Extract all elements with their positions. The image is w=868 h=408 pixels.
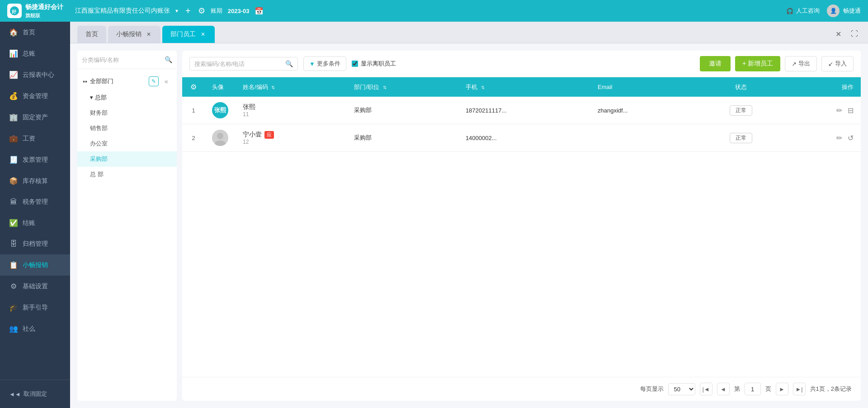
company-name[interactable]: 江西服宝精品有限责任公司内账张 [75, 7, 170, 15]
tab-expense[interactable]: 小畅报销 ✕ [108, 26, 160, 43]
sidebar-item-tax[interactable]: 🏛 税务管理 [0, 192, 70, 212]
close-tab-button[interactable]: ✕ [832, 28, 844, 40]
guide-icon: 🎓 [9, 303, 18, 312]
tab-dept-close[interactable]: ✕ [199, 31, 207, 38]
status-cell-1: 正常 [697, 97, 785, 124]
settings-nav-icon: ⚙ [9, 282, 18, 291]
filter-label: 更多条件 [317, 60, 340, 68]
import-button[interactable]: ↙ 导入 [821, 56, 854, 71]
dept-item-general[interactable]: 总 部 [77, 167, 177, 182]
sidebar-item-assets[interactable]: 🏢 固定资产 [0, 107, 70, 128]
sidebar-item-label: 归档管理 [23, 240, 48, 248]
user-info[interactable]: 👤 畅捷通 [827, 5, 861, 17]
dept-search-input[interactable] [82, 56, 162, 63]
sidebar-item-capital[interactable]: 💰 资金管理 [0, 85, 70, 107]
search-icon[interactable]: 🔍 [285, 60, 293, 67]
invite-button[interactable]: 邀请 [700, 56, 731, 71]
dept-sort-icon[interactable]: ⇅ [383, 85, 387, 90]
per-page-select[interactable]: 50 20 100 [668, 383, 695, 395]
sidebar-item-social[interactable]: 👥 社么 [0, 318, 70, 339]
tab-dept[interactable]: 部门员工 ✕ [162, 26, 215, 43]
sidebar-item-guide[interactable]: 🎓 新手引导 [0, 297, 70, 318]
sidebar-item-ledger[interactable]: 📊 总账 [0, 43, 70, 64]
col-phone[interactable]: 手机 ⇅ [458, 77, 590, 97]
show-resigned-checkbox[interactable] [352, 61, 358, 67]
cancel-fixed-button[interactable]: ◄◄ 取消固定 [0, 385, 70, 403]
prev-page-button[interactable]: ◄ [717, 383, 730, 395]
sidebar-item-label: 总账 [23, 50, 35, 58]
pin-icon: ◄◄ [9, 391, 21, 398]
sidebar-item-salary[interactable]: 💼 工资 [0, 128, 70, 149]
dept-item-finance[interactable]: 财务部 [77, 105, 177, 121]
avatar-2 [212, 130, 228, 146]
settings-icon[interactable]: ⚙ [198, 6, 205, 16]
tab-home[interactable]: 首页 [77, 26, 106, 43]
last-page-button[interactable]: ►| [793, 383, 806, 395]
export-icon: ↗ [792, 61, 797, 67]
sidebar-item-reports[interactable]: 📈 云报表中心 [0, 64, 70, 85]
sidebar-item-close[interactable]: ✅ 结账 [0, 212, 70, 234]
col-name[interactable]: 姓名/编码 ⇅ [236, 77, 347, 97]
sidebar-item-label: 社么 [23, 325, 35, 333]
sidebar-item-label: 资金管理 [23, 92, 48, 100]
email-cell-2 [590, 124, 697, 152]
add-employee-button[interactable]: + 新增员工 [735, 56, 780, 71]
col-settings[interactable]: ⚙ [182, 77, 205, 97]
logo-icon: 好 [7, 4, 22, 18]
invoice-icon: 🧾 [9, 155, 18, 164]
col-dept[interactable]: 部门/职位 ⇅ [347, 77, 458, 97]
employee-search-input[interactable] [194, 61, 282, 67]
calendar-icon[interactable]: 📅 [255, 7, 264, 15]
sidebar-item-expense[interactable]: 📋 小畅报销 [0, 254, 70, 276]
left-panel: 🔍 ▪▪ 全部部门 ✎ « ▾ 总部 财务部 销售部 办公室 采购部 总 部 [77, 51, 177, 401]
phone-sort-icon[interactable]: ⇅ [481, 85, 485, 90]
employee-table: ⚙ 头像 姓名/编码 ⇅ 部门/职位 ⇅ 手机 ⇅ Email 状态 操作 [182, 77, 861, 152]
grid-icon: ▪▪ [83, 78, 87, 85]
refresh-button-2[interactable]: ↺ [848, 134, 854, 142]
table-cog-icon[interactable]: ⚙ [190, 83, 197, 91]
emp-code-2: 12 [243, 139, 340, 145]
logout-button-1[interactable]: ⊟ [848, 106, 854, 115]
page-label-prefix: 第 [734, 385, 740, 393]
status-badge-1: 正常 [730, 105, 752, 116]
sidebar-item-home[interactable]: 🏠 首页 [0, 22, 70, 43]
dept-collapse-button[interactable]: « [161, 76, 171, 86]
dept-item-office[interactable]: 办公室 [77, 136, 177, 151]
toolbar-right: 邀请 + 新增员工 ↗ 导出 ↙ 导入 [700, 56, 854, 71]
ledger-icon: 📊 [9, 49, 18, 58]
import-label: 导入 [835, 60, 847, 68]
page-input[interactable] [745, 383, 761, 395]
edit-button-2[interactable]: ✏ [836, 134, 842, 142]
sidebar-item-settings[interactable]: ⚙ 基础设置 [0, 276, 70, 297]
sidebar-item-inventory[interactable]: 📦 库存核算 [0, 170, 70, 192]
next-page-button[interactable]: ► [776, 383, 788, 395]
dept-item-purchasing[interactable]: 采购部 [77, 151, 177, 167]
sidebar-item-archive[interactable]: 🗄 归档管理 [0, 234, 70, 254]
avatar-1: 张熙 [212, 102, 228, 118]
expand-tab-button[interactable]: ⛶ [848, 28, 861, 40]
dept-tree-header[interactable]: ▪▪ 全部部门 ✎ « [77, 73, 177, 90]
assets-icon: 🏢 [9, 113, 18, 122]
company-dropdown-icon[interactable]: ▾ [175, 8, 178, 14]
period-value[interactable]: 2023-03 [228, 8, 250, 14]
name-sort-icon[interactable]: ⇅ [271, 85, 275, 90]
tab-expense-close[interactable]: ✕ [145, 31, 152, 38]
col-email: Email [590, 77, 697, 97]
name-cell-1: 张熙 11 [236, 97, 347, 124]
search-box: 🔍 [189, 57, 298, 70]
show-resigned-label[interactable]: 显示离职员工 [352, 60, 396, 68]
service-button[interactable]: 🎧 人工咨询 [786, 7, 820, 15]
logo-area: 好 畅捷通好会计 旗舰版 [7, 3, 75, 19]
add-company-button[interactable]: + [184, 6, 193, 16]
dept-edit-button[interactable]: ✎ [149, 76, 159, 86]
dept-item-sales[interactable]: 销售部 [77, 121, 177, 136]
expense-icon: 📋 [9, 261, 18, 269]
edit-button-1[interactable]: ✏ [836, 106, 842, 115]
svg-point-3 [217, 133, 223, 139]
export-button[interactable]: ↗ 导出 [785, 56, 817, 71]
dept-search-icon[interactable]: 🔍 [165, 56, 172, 63]
more-filter-button[interactable]: ▼ 更多条件 [303, 56, 346, 71]
sidebar-item-invoice[interactable]: 🧾 发票管理 [0, 149, 70, 170]
first-page-button[interactable]: |◄ [700, 383, 712, 395]
dept-headquarters[interactable]: ▾ 总部 [77, 90, 177, 105]
